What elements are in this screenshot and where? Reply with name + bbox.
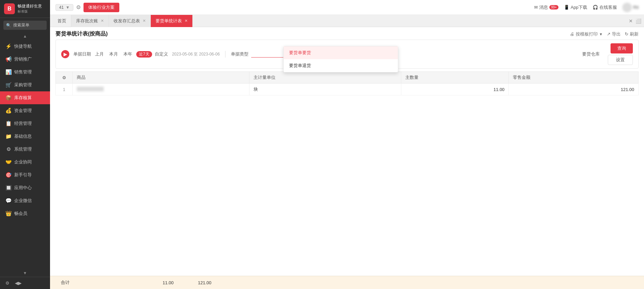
topbar-gear-icon[interactable]: ⚙ [76,4,81,10]
search-menu[interactable]: 🔍 搜索菜单 [3,21,47,30]
export-btn[interactable]: ↗ 导出 [607,31,621,37]
service-icon: 🎧 [593,5,598,10]
table-row: 1 块 11.00 121.00 [56,84,639,95]
logo-icon: B [4,3,15,14]
user-avatar-area[interactable]: Rit [622,3,639,12]
scroll-down-btn[interactable]: ▼ [0,269,50,277]
settings-icon[interactable]: ⚙ [5,281,9,286]
summary-qty: 11.00 [163,280,174,285]
tab-close-inventory-batch[interactable]: ✕ [101,19,104,23]
custom-date-btn[interactable]: 自定义 [155,51,168,57]
scroll-up-btn[interactable]: ▲ [0,32,50,40]
app-version: 标准版 [18,9,42,14]
sidebar-bottom: ⚙ ◀▶ [0,277,50,289]
tab-home[interactable]: 首页 [53,15,71,27]
quick-icon: ⚡ [5,43,11,49]
print-btn[interactable]: 🖨 按模板打印 ▼ [570,31,603,37]
tab-collect-summary[interactable]: 收发存汇总表 ✕ [109,15,151,27]
topbar-left: 41 ▼ ⚙ 体验行业方案 [55,3,530,12]
data-table: ⚙ 商品 主计量单位 主数量 零售金额 1 块 [55,71,639,95]
col-header-qty: 主数量 [401,72,509,84]
sidebar-item-quick[interactable]: ⚡ 快捷导航 [0,40,50,53]
sidebar-item-label: 应用中心 [14,185,32,191]
sidebar-item-label: 资金管理 [14,108,32,114]
sidebar-item-appstore[interactable]: 🔲 应用中心 [0,181,50,194]
sidebar-item-label: 企业微信 [14,198,32,204]
summary-row: 合计 11.00 121.00 [50,276,644,289]
sidebar-item-operation[interactable]: 📋 经营管理 [0,117,50,130]
tab-order-summary[interactable]: 要货单统计表 ✕ [151,15,193,27]
page-title: 要货单统计表(按商品) [55,30,108,38]
col-header-amount: 零售金额 [509,72,639,84]
purchase-icon: 🛒 [5,82,11,88]
filter-divider-1 [225,51,225,58]
tabbar-right: ✕ ⬜ [629,18,641,24]
row-qty: 11.00 [401,84,509,95]
sidebar-item-system[interactable]: ⚙ 系统管理 [0,143,50,156]
row-no: 1 [56,84,73,95]
sidebar-item-label: 库存核算 [14,95,32,101]
row-amount: 121.00 [509,84,639,95]
sidebar-toggle-btn[interactable]: ◀▶ [15,281,22,286]
col-header-goods: 商品 [73,72,249,84]
dropdown-item-order-return[interactable]: 要货单退货 [284,59,398,72]
wechat-icon: 💬 [5,198,11,204]
gear-col-icon[interactable]: ⚙ [62,75,66,80]
sidebar-item-label: 新手引导 [14,172,32,178]
this-month-btn[interactable]: 本月 [108,50,119,58]
summary-amount: 121.00 [198,280,212,285]
topbar-right: ✉ 消息 99+ 📱 App下载 🎧 在线客服 Rit [534,3,639,12]
topbar: 41 ▼ ⚙ 体验行业方案 ✉ 消息 99+ 📱 App下载 🎧 在线客服 R [50,0,644,15]
app-download-btn[interactable]: 📱 App下载 [564,4,587,10]
sidebar-item-label: 系统管理 [14,146,32,152]
print-chevron-icon: ▼ [599,32,603,36]
messages-btn[interactable]: ✉ 消息 99+ [534,4,558,10]
tab-close-order-summary[interactable]: ✕ [185,19,188,23]
date-filter-label: 单据日期 [73,51,91,57]
query-btn[interactable]: 查询 [611,43,633,53]
sidebar-item-guide[interactable]: 🎯 新手引导 [0,169,50,181]
warehouse-filter-label: 要货仓库 [582,51,600,57]
summary-label: 合计 [61,280,70,286]
last-month-btn[interactable]: 上月 [94,50,105,58]
expand-tabs-icon[interactable]: ⬜ [636,18,641,24]
filter-settings-btn[interactable]: 设置 [608,55,633,65]
marketing-icon: 📢 [5,56,11,62]
main-content: 41 ▼ ⚙ 体验行业方案 ✉ 消息 99+ 📱 App下载 🎧 在线客服 R [50,0,644,289]
close-all-icon[interactable]: ✕ [629,18,633,24]
appstore-icon: 🔲 [5,185,11,191]
order-summary-tab-label: 要货单统计表 [156,18,182,24]
tabbar: 首页 库存批次账 ✕ 收发存汇总表 ✕ 要货单统计表 ✕ ✕ ⬜ [50,15,644,27]
export-icon: ↗ [607,31,611,37]
sidebar-item-cooperation[interactable]: 🤝 企业协同 [0,156,50,169]
search-icon: 🔍 [6,23,11,28]
sidebar-item-sales[interactable]: 📊 销售管理 [0,66,50,79]
tab-inventory-batch[interactable]: 库存批次账 ✕ [71,15,109,27]
dropdown-item-order-goods[interactable]: 要货单要货 [284,46,398,59]
tab-close-collect-summary[interactable]: ✕ [143,19,146,23]
online-service-btn[interactable]: 🎧 在线客服 [593,4,617,10]
sidebar: B 畅捷通好生意 标准版 🔍 搜索菜单 ▲ ⚡ 快捷导航 📢 营销推广 📊 销售… [0,0,50,289]
last-7-days-btn[interactable]: 近7天 [136,51,152,58]
type-filter-label: 单据类型 [231,51,248,57]
sidebar-item-label: 基础信息 [14,133,32,139]
sidebar-item-member[interactable]: 👑 畅会员 [0,207,50,220]
type-dropdown: 要货单要货 要货单退货 [283,46,398,72]
guide-icon: 🎯 [5,172,11,178]
col-header-gear[interactable]: ⚙ [56,72,73,84]
sidebar-item-wechat[interactable]: 💬 企业微信 [0,194,50,207]
sidebar-item-inventory[interactable]: 📦 库存核算 [0,91,50,104]
sidebar-item-finance[interactable]: 💰 资金管理 [0,104,50,117]
sidebar-item-label: 企业协同 [14,159,32,165]
sidebar-item-marketing[interactable]: 📢 营销推广 [0,53,50,66]
member-icon: 👑 [5,210,11,217]
chevron-down-icon[interactable]: ▼ [66,5,70,10]
trial-btn[interactable]: 体验行业方案 [84,3,119,12]
refresh-btn[interactable]: ↻ 刷新 [625,31,639,37]
sidebar-item-basic[interactable]: 📁 基础信息 [0,130,50,143]
sidebar-item-purchase[interactable]: 🛒 采购管理 [0,79,50,91]
sales-icon: 📊 [5,69,11,75]
filter-expand-btn[interactable]: ▶ [61,50,69,58]
page-actions: 🖨 按模板打印 ▼ ↗ 导出 ↻ 刷新 [570,31,639,37]
this-year-btn[interactable]: 本年 [122,50,134,58]
